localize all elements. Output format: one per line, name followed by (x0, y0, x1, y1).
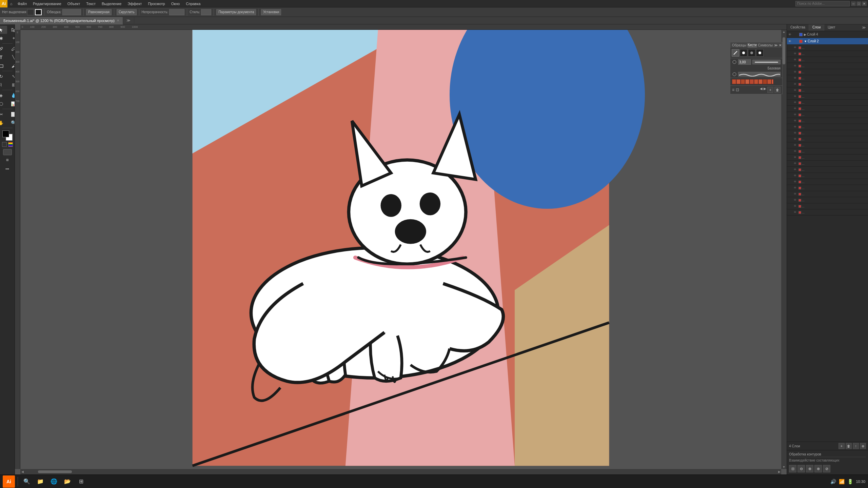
layer-2-row[interactable]: 👁 ▼ Слой 2 (787, 38, 868, 45)
pattern-cell[interactable] (745, 79, 749, 84)
sublayer-row-17[interactable]: 👁 ... (787, 136, 868, 142)
pattern-cell[interactable] (732, 79, 736, 84)
v-scrollbar[interactable]: ▲ ▼ (781, 30, 787, 469)
sublayer-eye-22[interactable]: 👁 (794, 168, 798, 171)
brushes-nav-left[interactable]: ◀ (760, 87, 763, 93)
ai-logo[interactable]: Ai (3, 475, 15, 488)
layer-2-eye[interactable]: 👁 (788, 40, 793, 43)
mode-full[interactable]: ⊞ (1, 156, 14, 164)
sublayer-eye-14[interactable]: 👁 (794, 119, 798, 122)
tool-rotate[interactable]: ↻ (0, 72, 7, 80)
canvas-container[interactable]: 01002003004005006007008009001000 0100200… (15, 24, 787, 474)
sublayer-eye-25[interactable]: 👁 (794, 186, 798, 189)
taskbar-folder[interactable]: 📂 (61, 475, 74, 488)
sublayer-eye-29[interactable]: 👁 (794, 211, 798, 214)
scroll-down-btn[interactable]: ▼ (781, 465, 787, 469)
sublayer-eye-18[interactable]: 👁 (794, 144, 798, 147)
tool-type[interactable]: T (0, 53, 7, 61)
sublayer-row-3[interactable]: 👁 ... (787, 51, 868, 57)
brushes-tab-simvoly[interactable]: Символы (758, 43, 773, 47)
sublayer-row-21[interactable]: 👁 ... (787, 161, 868, 167)
sublayer-eye-8[interactable]: 👁 (794, 83, 798, 86)
sublayer-eye-16[interactable]: 👁 (794, 131, 798, 135)
layer-move-btn[interactable]: ↑ (853, 443, 859, 449)
brushes-new-btn[interactable]: + (767, 87, 773, 93)
pattern-cell[interactable] (767, 79, 771, 84)
tool-zoom-canvas[interactable]: 🔍 (7, 119, 15, 127)
scroll-up-btn[interactable]: ▲ (781, 30, 787, 34)
sublayer-row-20[interactable]: 👁 ... (787, 155, 868, 161)
pattern-cell[interactable] (750, 79, 754, 84)
menu-view[interactable]: Просмотр (145, 1, 167, 6)
layer-4-row[interactable]: 👁 ▶ Слой 4 (787, 31, 868, 38)
v-scroll-track[interactable] (781, 34, 787, 465)
swatch-pair[interactable] (2, 130, 13, 141)
brushes-panel-close[interactable]: ✕ (779, 43, 782, 47)
layer-delete-btn[interactable]: 🗑 (846, 443, 852, 449)
brushes-nav-right[interactable]: ▶ (764, 87, 766, 93)
close-button[interactable]: ✕ (862, 1, 867, 6)
tool-warp[interactable]: ⌇ (0, 81, 7, 89)
menu-select[interactable]: Выделение (99, 1, 124, 6)
pattern-cell[interactable] (758, 79, 763, 84)
ustanovki-btn[interactable]: Установки (261, 9, 281, 15)
tray-network[interactable]: 🔊 (830, 479, 836, 484)
tool-gradient[interactable]: ◈ (0, 91, 7, 99)
sublayer-eye-10[interactable]: 👁 (794, 95, 798, 98)
sublayer-eye-7[interactable]: 👁 (794, 77, 798, 80)
sublayer-row-9[interactable]: 👁 ... (787, 87, 868, 94)
taskbar-windows[interactable]: ⊞ (75, 475, 87, 488)
brush-type-bristle[interactable] (756, 49, 764, 57)
tool-rectangle[interactable] (0, 62, 7, 70)
sublayer-eye-9[interactable]: 👁 (794, 89, 798, 92)
tool-eyedropper[interactable]: 💧 (7, 91, 15, 99)
sublayer-row-7[interactable]: 👁 ... (787, 75, 868, 81)
layer-new-btn[interactable]: + (839, 443, 845, 449)
sublayer-eye-5[interactable]: 👁 (794, 64, 798, 67)
tab-close-icon[interactable]: ✕ (117, 19, 119, 22)
sublayer-row-18[interactable]: 👁 ... (787, 142, 868, 148)
doc-tab-options[interactable]: ≫ (123, 17, 134, 24)
pattern-cell[interactable] (741, 79, 745, 84)
search-input[interactable] (795, 1, 850, 6)
sublayer-eye-11[interactable]: 👁 (794, 101, 798, 104)
brush-type-scatter[interactable] (740, 49, 747, 57)
tool-scale[interactable]: ⤡ (7, 72, 15, 80)
tab-color[interactable]: Цвет (824, 24, 839, 31)
menu-help[interactable]: Справка (183, 1, 203, 6)
prop-unite-btn[interactable]: ⊟ (789, 465, 796, 472)
sublayer-row-5[interactable]: 👁 ... (787, 63, 868, 69)
mode-normal[interactable] (3, 149, 12, 155)
panel-expand-btn[interactable]: ≫ (860, 24, 868, 31)
sublayer-row-29[interactable]: 👁 ... (787, 209, 868, 216)
pattern-cell[interactable] (754, 79, 758, 84)
h-scroll-thumb[interactable] (38, 470, 72, 473)
doc-tab-main[interactable]: Безымянный-1.ai* @ 1200 % (RGB/Предварит… (0, 17, 123, 24)
clock[interactable]: 10:30 (856, 480, 865, 484)
opacity-value[interactable]: 100% (169, 9, 184, 15)
sublayer-row-11[interactable]: 👁 ... (787, 100, 868, 106)
layer-2-arrow[interactable]: ▼ (804, 40, 807, 43)
menu-effect[interactable]: Эффект (125, 1, 144, 6)
layer-copy-btn[interactable]: ⊕ (860, 443, 866, 449)
sublayer-eye-23[interactable]: 👁 (794, 174, 798, 177)
taskbar-file[interactable]: 📁 (34, 475, 46, 488)
sublayer-row-10[interactable]: 👁 ... (787, 94, 868, 100)
sublayer-row-8[interactable]: 👁 ... (787, 81, 868, 87)
params-btn[interactable]: Параметры документа (216, 9, 256, 15)
sublayer-eye-15[interactable]: 👁 (794, 125, 798, 128)
brushes-panel-menu[interactable]: ≫ (774, 43, 777, 47)
prop-divide-btn[interactable]: ⊘ (823, 465, 830, 472)
tool-brush[interactable]: 🖌 (7, 62, 15, 70)
prop-intersect-btn[interactable]: ⊕ (806, 465, 813, 472)
sublayer-row-25[interactable]: 👁 ... (787, 185, 868, 191)
sublayer-row-12[interactable]: 👁 ... (787, 106, 868, 112)
tool-chart[interactable]: 📊 (7, 100, 15, 108)
sublayer-eye-20[interactable]: 👁 (794, 156, 798, 159)
menu-edit[interactable]: Редактирование (30, 1, 64, 6)
sublayer-row-14[interactable]: 👁 ... (787, 118, 868, 124)
sublayer-eye-6[interactable]: 👁 (794, 70, 798, 74)
sublayer-eye-12[interactable]: 👁 (794, 107, 798, 110)
sublayer-eye-13[interactable]: 👁 (794, 113, 798, 116)
v-scroll-thumb[interactable] (783, 37, 785, 64)
